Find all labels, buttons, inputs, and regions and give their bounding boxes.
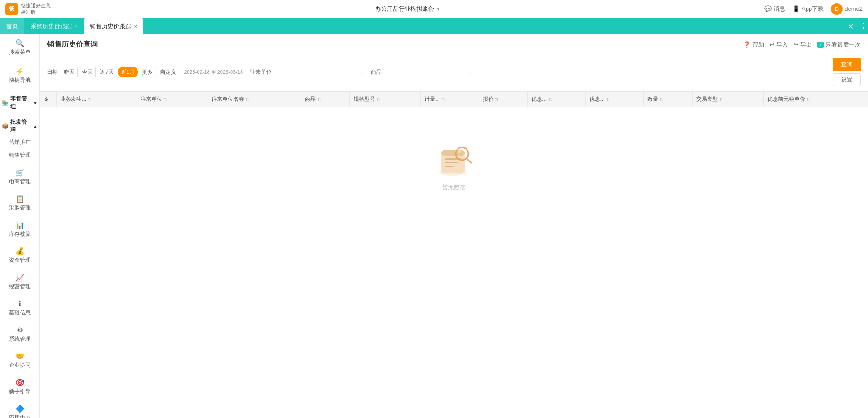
- col-partner-name[interactable]: 往来单位名称 ⇅: [208, 92, 301, 107]
- inventory-icon: 📊: [15, 221, 24, 229]
- svg-rect-5: [445, 166, 454, 167]
- col-quantity[interactable]: 数量 ⇅: [643, 92, 692, 107]
- empty-image: [431, 143, 476, 180]
- date-btn-today[interactable]: 今天: [79, 67, 96, 77]
- sidebar-item-ecommerce[interactable]: 🛒 电商管理: [0, 164, 39, 190]
- tab-purchase-close[interactable]: ×: [75, 24, 77, 29]
- date-btn-yesterday[interactable]: 昨天: [61, 67, 78, 77]
- system-icon: ⚙: [17, 326, 23, 334]
- only-last-checkbox[interactable]: ✓ 只看最后一次: [817, 41, 861, 49]
- col-biz-date[interactable]: 业务发生... ⇅: [57, 92, 137, 107]
- logo-icon: 畅: [5, 3, 18, 15]
- tab-bar: 首页 采购历史价跟踪 × 销售历史价跟踪 × ✕ ⛶: [0, 18, 868, 34]
- partner-input[interactable]: [274, 68, 356, 76]
- sidebar-item-appcenter[interactable]: 🔷 应用中心: [0, 400, 39, 418]
- empty-text: 暂无数据: [442, 183, 466, 191]
- newbie-icon: 🎯: [15, 378, 24, 387]
- date-buttons: 昨天 今天 近7天 近1月 更多 自定义: [61, 67, 179, 77]
- sidebar: 🔍 搜索菜单 ⚡ 快捷导航 🏪 零售管理 ▼ 📦 批发管理 ▲ 营销推广 销售管…: [0, 34, 40, 418]
- sidebar-item-basics[interactable]: ℹ 基础信息: [0, 295, 39, 321]
- avatar: D: [831, 3, 843, 15]
- basics-icon: ℹ: [19, 299, 21, 308]
- sidebar-item-collab[interactable]: 🤝 企业协同: [0, 347, 39, 374]
- sidebar-item-sales[interactable]: 销售管理: [0, 149, 39, 162]
- sidebar-item-purchase[interactable]: 📋 采购管理: [0, 190, 39, 216]
- date-label: 日期: [47, 68, 58, 76]
- import-btn[interactable]: ↩ 导入: [769, 41, 788, 49]
- sidebar-item-system[interactable]: ⚙ 系统管理: [0, 321, 39, 347]
- purchase-icon: 📋: [15, 195, 24, 203]
- partner-label: 往来单位: [250, 68, 272, 76]
- content-area: 销售历史价查询 ❓ 帮助 ↩ 导入 ↪ 导出 ✓ 只看最后一次: [40, 34, 868, 418]
- tab-home[interactable]: 首页: [0, 18, 24, 34]
- date-btn-7days[interactable]: 近7天: [97, 67, 117, 77]
- col-partner-code[interactable]: 往来单位 ⇅: [137, 92, 208, 107]
- col-quoted-price[interactable]: 报价 ⇅: [479, 92, 528, 107]
- operations-icon: 📈: [15, 273, 24, 282]
- appcenter-icon: 🔷: [15, 404, 24, 413]
- tab-close-all-icon[interactable]: ✕: [848, 22, 854, 31]
- filter-right-buttons: 查询 设置: [833, 58, 861, 86]
- finance-icon: 💰: [15, 247, 24, 256]
- workspace-dropdown-icon[interactable]: ▾: [437, 5, 440, 12]
- quicknav-icon: ⚡: [15, 67, 24, 76]
- top-bar: 畅 畅捷通好生意 标准版 办公用品行业模拟账套 ▾ 💬 消息 📱 App下载 D…: [0, 0, 868, 18]
- app-download-icon: 📱: [793, 5, 800, 12]
- tab-maximize-icon[interactable]: ⛶: [857, 22, 864, 30]
- date-btn-custom[interactable]: 自定义: [157, 67, 179, 77]
- collab-icon: 🤝: [15, 352, 24, 361]
- tab-purchase-history[interactable]: 采购历史价跟踪 ×: [24, 18, 84, 34]
- goods-input[interactable]: [384, 68, 466, 76]
- empty-state: 暂无数据: [40, 107, 868, 228]
- col-trade-type[interactable]: 交易类型 ⇅: [692, 92, 763, 107]
- sidebar-item-operations[interactable]: 📈 经营管理: [0, 269, 39, 295]
- col-unit[interactable]: 计量... ⇅: [421, 92, 479, 107]
- svg-rect-4: [445, 162, 458, 163]
- col-goods[interactable]: 商品 ⇅: [301, 92, 350, 107]
- svg-line-7: [467, 158, 471, 163]
- sidebar-item-marketing[interactable]: 营销推广: [0, 136, 39, 149]
- import-icon: ↩: [769, 41, 774, 48]
- sidebar-item-retail[interactable]: 🏪 零售管理 ▼: [0, 90, 39, 112]
- help-btn[interactable]: ❓ 帮助: [743, 41, 764, 49]
- date-btn-more[interactable]: 更多: [139, 67, 156, 77]
- empty-illustration: [431, 141, 476, 182]
- retail-icon: 🏪: [2, 100, 9, 106]
- col-spec[interactable]: 规格型号 ⇅: [350, 92, 421, 107]
- col-discount2[interactable]: 优惠... ⇅: [585, 92, 643, 107]
- table-container: ⚙ 业务发生... ⇅ 往来单位 ⇅ 往来单位名称 ⇅ 商品 ⇅ 规格型号 ⇅ …: [40, 91, 868, 418]
- message-btn[interactable]: 💬 消息: [764, 5, 785, 13]
- sidebar-item-newbie[interactable]: 🎯 新手引导: [0, 374, 39, 400]
- sidebar-item-quicknav[interactable]: ⚡ 快捷导航: [0, 62, 39, 89]
- query-btn[interactable]: 查询: [833, 58, 861, 71]
- settings-btn[interactable]: 设置: [833, 73, 861, 86]
- col-discount1[interactable]: 优惠... ⇅: [528, 92, 585, 107]
- goods-dots[interactable]: ...: [468, 69, 473, 76]
- date-btn-1month[interactable]: 近1月: [118, 67, 138, 77]
- message-icon: 💬: [764, 5, 772, 12]
- data-table: ⚙ 业务发生... ⇅ 往来单位 ⇅ 往来单位名称 ⇅ 商品 ⇅ 规格型号 ⇅ …: [40, 91, 868, 107]
- tab-sales-history[interactable]: 销售历史价跟踪 ×: [84, 18, 143, 34]
- filter-goods-group: 商品 ...: [371, 68, 473, 76]
- col-gear[interactable]: ⚙: [40, 92, 57, 107]
- col-pretax-price[interactable]: 优惠前无税单价 ⇅: [763, 92, 868, 107]
- filter-bar: 日期 昨天 今天 近7天 近1月 更多 自定义 2023-02-18 至 202…: [40, 53, 868, 91]
- sidebar-item-wholesale[interactable]: 📦 批发管理 ▲: [0, 114, 39, 136]
- sidebar-item-search[interactable]: 🔍 搜索菜单: [0, 34, 39, 61]
- svg-rect-2: [441, 150, 465, 156]
- partner-dots[interactable]: ...: [359, 69, 363, 76]
- export-btn[interactable]: ↪ 导出: [793, 41, 812, 49]
- wholesale-arrow: ▲: [33, 124, 38, 129]
- logo-text: 畅捷通好生意 标准版: [21, 2, 51, 15]
- logo-area: 畅 畅捷通好生意 标准版: [5, 2, 51, 15]
- tab-bar-right: ✕ ⛶: [848, 22, 868, 31]
- filter-partner-group: 往来单位 ...: [250, 68, 363, 76]
- app-download-btn[interactable]: 📱 App下载: [793, 5, 824, 13]
- tab-sales-close[interactable]: ×: [134, 24, 137, 29]
- top-bar-right: 💬 消息 📱 App下载 D demo2: [764, 3, 863, 15]
- sidebar-item-finance[interactable]: 💰 资金管理: [0, 242, 39, 269]
- sidebar-item-inventory[interactable]: 📊 库存核算: [0, 216, 39, 242]
- user-menu[interactable]: D demo2: [831, 3, 863, 15]
- ecommerce-icon: 🛒: [15, 168, 24, 177]
- wholesale-icon: 📦: [2, 123, 9, 129]
